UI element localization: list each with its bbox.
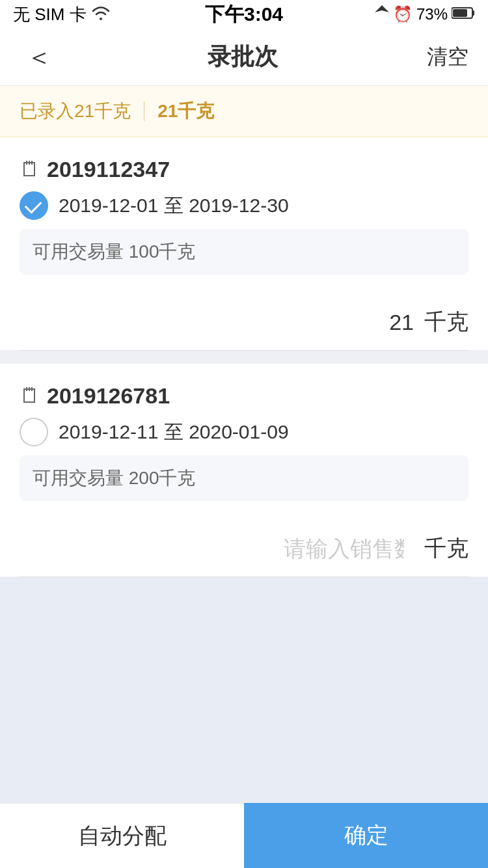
empty-area (0, 577, 488, 837)
input-row-2[interactable]: 千克 (0, 521, 488, 576)
status-bar: 无 SIM 卡 下午3:04 ⏰ 73% (0, 0, 488, 29)
batch-icon-1: 🗒 (20, 157, 40, 182)
item-date-1: 2019-12-01 至 2019-12-30 (59, 193, 289, 219)
clear-button[interactable]: 清空 (427, 43, 468, 72)
summary-divider (144, 102, 144, 121)
qty-unit-1: 千克 (424, 307, 468, 337)
qty-value-1: 21 (389, 310, 414, 335)
status-right: ⏰ 73% (375, 5, 475, 23)
card-divider (0, 351, 488, 364)
qty-unit-2: 千克 (424, 534, 468, 563)
battery-text: 73% (416, 5, 448, 23)
item-header-2: 🗒 2019126781 (20, 383, 468, 409)
wifi-icon (92, 5, 110, 25)
confirm-button[interactable]: 确定 (244, 803, 488, 868)
nav-bar: ＜ 录批次 清空 (0, 29, 488, 86)
item-qty-box-2: 可用交易量 200千克 (20, 455, 468, 501)
item-date-row-2: 2019-12-11 至 2020-01-09 (20, 418, 468, 446)
item-date-row-1: 2019-12-01 至 2019-12-30 (20, 191, 468, 220)
batch-icon-2: 🗒 (20, 384, 40, 408)
item-card-2: 🗒 2019126781 2019-12-11 至 2020-01-09 可用交… (0, 364, 488, 521)
item-qty-text-2: 可用交易量 200千克 (33, 468, 196, 488)
item-header-1: 🗒 2019112347 (20, 157, 468, 182)
radio-btn-2[interactable] (20, 418, 48, 446)
main-content: 已录入21千克 21千克 🗒 2019112347 2019-12-01 至 2… (0, 86, 488, 837)
qty-input-2[interactable] (284, 536, 414, 562)
carrier-text: 无 SIM 卡 (13, 3, 87, 26)
location-icon (375, 5, 389, 23)
radio-btn-1[interactable] (20, 191, 48, 220)
alarm-icon: ⏰ (393, 5, 413, 23)
svg-rect-2 (453, 9, 467, 17)
input-row-1: 21 千克 (0, 294, 488, 350)
item-date-2: 2019-12-11 至 2020-01-09 (59, 419, 289, 446)
item-id-1: 2019112347 (47, 157, 170, 182)
svg-rect-1 (472, 10, 474, 16)
nav-title: 录批次 (208, 41, 278, 73)
confirm-label: 确定 (344, 821, 388, 850)
bottom-bar: 自动分配 确定 (0, 803, 488, 868)
summary-label: 已录入21千克 (20, 99, 131, 124)
summary-bar: 已录入21千克 21千克 (0, 86, 488, 137)
status-left: 无 SIM 卡 (13, 3, 110, 26)
item-qty-text-1: 可用交易量 100千克 (33, 241, 196, 262)
auto-distribute-label: 自动分配 (78, 821, 167, 851)
summary-value: 21千克 (157, 99, 214, 124)
back-button[interactable]: ＜ (20, 33, 59, 81)
time-display: 下午3:04 (205, 1, 283, 28)
item-qty-box-1: 可用交易量 100千克 (20, 229, 468, 275)
battery-icon (452, 5, 475, 23)
auto-distribute-button[interactable]: 自动分配 (0, 803, 244, 868)
item-id-2: 2019126781 (47, 383, 170, 409)
item-card-1: 🗒 2019112347 2019-12-01 至 2019-12-30 可用交… (0, 137, 488, 294)
